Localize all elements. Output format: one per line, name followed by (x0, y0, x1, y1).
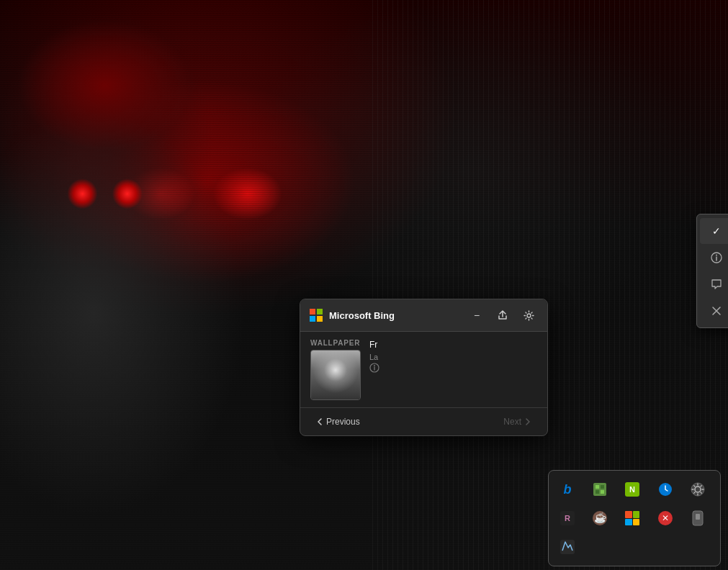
wallpaper-thumbnail[interactable] (310, 350, 361, 400)
bing-tray-icon: b (564, 482, 572, 497)
tray-icon-timeclock[interactable] (652, 476, 678, 502)
tray-icon-usb[interactable] (685, 505, 711, 531)
tray-icon-minecraft[interactable] (587, 476, 613, 502)
bing-logo-icon (309, 308, 323, 322)
svg-rect-3 (317, 316, 323, 322)
gear2-icon (690, 481, 706, 497)
system-tray: b N R (548, 470, 721, 566)
info-icon (710, 251, 723, 264)
svg-rect-30 (696, 514, 700, 520)
wallpaper-section-label: WALLPAPER (310, 339, 361, 347)
rider-icon: R (560, 510, 575, 526)
svg-rect-11 (601, 485, 604, 489)
bing-window-title: Microsoft Bing (329, 310, 461, 321)
menu-item-daily-wallpaper[interactable]: ✓ Daily Wallpaper Refresh (700, 218, 728, 244)
wallpaper-info-icon[interactable] (369, 363, 537, 375)
tray-icon-coffee[interactable]: ☕ (587, 505, 613, 531)
tray-icon-gear[interactable] (685, 476, 711, 502)
wallpaper-info-left: WALLPAPER (310, 339, 361, 400)
svg-text:✕: ✕ (662, 513, 669, 523)
bing-popup-window: Microsoft Bing − ✓ Daily Wallpaper Refre… (300, 299, 548, 436)
feedback-icon (710, 278, 723, 291)
svg-rect-1 (317, 309, 323, 315)
menu-item-about[interactable]: About (700, 245, 728, 271)
tray-icon-nvidia[interactable]: N (619, 476, 645, 502)
svg-rect-24 (633, 511, 639, 518)
menu-item-quit[interactable]: Quit (700, 298, 728, 324)
sketch-icon (560, 539, 575, 555)
svg-point-4 (527, 314, 531, 317)
context-menu: ✓ Daily Wallpaper Refresh About (696, 214, 728, 328)
share-icon (498, 310, 508, 320)
tray-icon-sketch[interactable] (554, 534, 580, 560)
svg-text:N: N (629, 485, 635, 494)
store-icon: ✕ (657, 510, 673, 526)
settings-button[interactable] (518, 305, 539, 325)
svg-rect-9 (593, 483, 606, 496)
wallpaper-subtitle: La (369, 353, 537, 361)
statue-image (0, 0, 374, 570)
nvidia-icon: N (624, 481, 640, 497)
tray-icon-charts[interactable] (619, 505, 645, 531)
coffee-icon: ☕ (592, 510, 608, 526)
chevron-left-icon (316, 418, 323, 425)
svg-rect-0 (310, 309, 315, 315)
wallpaper-title-line1: Fr (369, 339, 537, 351)
charts-icon (624, 510, 640, 526)
wallpaper-details: Fr La (369, 339, 537, 375)
svg-rect-26 (633, 519, 639, 525)
close-x-icon (710, 304, 723, 317)
tray-icon-store[interactable]: ✕ (652, 505, 678, 531)
minecraft-icon (592, 481, 608, 497)
previous-button[interactable]: Previous (310, 414, 366, 430)
gear-icon (523, 310, 534, 321)
tray-icon-bing[interactable]: b (554, 476, 580, 502)
next-button[interactable]: Next (498, 414, 537, 430)
chevron-right-icon (524, 418, 531, 425)
svg-rect-2 (310, 316, 315, 322)
wallpaper-thumb-image (311, 350, 360, 399)
tray-icon-rider[interactable]: R (554, 505, 580, 531)
menu-item-feedback[interactable]: Feedback (700, 271, 728, 297)
svg-text:R: R (565, 514, 570, 522)
svg-rect-12 (596, 490, 599, 494)
svg-point-6 (716, 255, 717, 256)
svg-rect-13 (601, 490, 604, 494)
share-button[interactable] (493, 305, 513, 325)
svg-text:☕: ☕ (594, 512, 607, 524)
bing-body: WALLPAPER Fr La (300, 332, 547, 407)
svg-rect-25 (625, 519, 632, 525)
minimize-button[interactable]: − (467, 305, 487, 325)
bing-footer: Previous Next (300, 407, 547, 435)
bing-titlebar: Microsoft Bing − ✓ Daily Wallpaper Refre… (300, 299, 547, 332)
usb-icon (690, 510, 706, 526)
checkmark-icon: ✓ (710, 225, 723, 238)
svg-rect-23 (625, 511, 632, 518)
svg-point-8 (374, 365, 375, 366)
timeclock-icon (657, 481, 673, 497)
svg-rect-10 (596, 485, 599, 489)
